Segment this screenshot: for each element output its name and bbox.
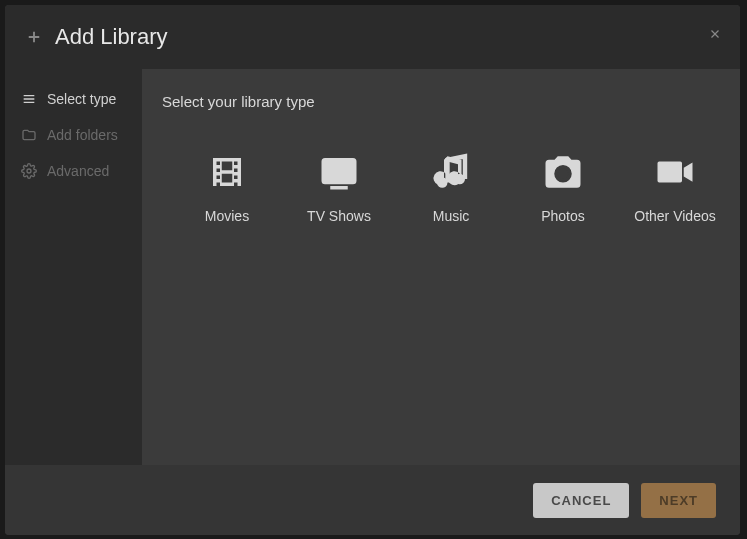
list-icon — [21, 91, 37, 107]
sidebar-item-add-folders[interactable]: Add folders — [5, 117, 142, 153]
folder-icon — [21, 127, 37, 143]
video-icon — [651, 150, 699, 194]
next-button[interactable]: NEXT — [641, 483, 716, 518]
type-label: Movies — [205, 208, 249, 224]
content-heading: Select your library type — [162, 93, 720, 110]
sidebar-item-label: Select type — [47, 91, 116, 107]
sidebar-item-select-type[interactable]: Select type — [5, 81, 142, 117]
plus-icon — [25, 28, 43, 46]
svg-rect-8 — [323, 160, 355, 183]
add-library-dialog: Add Library Select type — [5, 5, 740, 535]
dialog-title: Add Library — [55, 24, 168, 50]
sidebar-item-advanced[interactable]: Advanced — [5, 153, 142, 189]
type-label: TV Shows — [307, 208, 371, 224]
sidebar-item-label: Add folders — [47, 127, 118, 143]
close-button[interactable] — [708, 27, 724, 43]
gear-icon — [21, 163, 37, 179]
type-card-movies[interactable]: Movies — [182, 150, 272, 224]
type-card-music[interactable]: Music — [406, 150, 496, 224]
sidebar-item-label: Advanced — [47, 163, 109, 179]
type-label: Music — [433, 208, 470, 224]
content-area: Select your library type Movies — [142, 69, 740, 465]
camera-icon — [539, 150, 587, 194]
music-icon — [427, 150, 475, 194]
sidebar: Select type Add folders Advanced — [5, 69, 142, 465]
svg-point-7 — [27, 169, 31, 173]
film-icon — [203, 150, 251, 194]
dialog-footer: CANCEL NEXT — [5, 465, 740, 535]
dialog-body: Select type Add folders Advanced — [5, 69, 740, 465]
cancel-button[interactable]: CANCEL — [533, 483, 629, 518]
tv-icon — [315, 150, 363, 194]
type-card-tvshows[interactable]: TV Shows — [294, 150, 384, 224]
svg-point-12 — [558, 169, 569, 180]
type-card-photos[interactable]: Photos — [518, 150, 608, 224]
type-label: Photos — [541, 208, 585, 224]
type-label: Other Videos — [634, 208, 715, 224]
library-type-grid: Movies TV Shows — [162, 150, 720, 224]
dialog-header: Add Library — [5, 5, 740, 69]
type-card-other-videos[interactable]: Other Videos — [630, 150, 720, 224]
